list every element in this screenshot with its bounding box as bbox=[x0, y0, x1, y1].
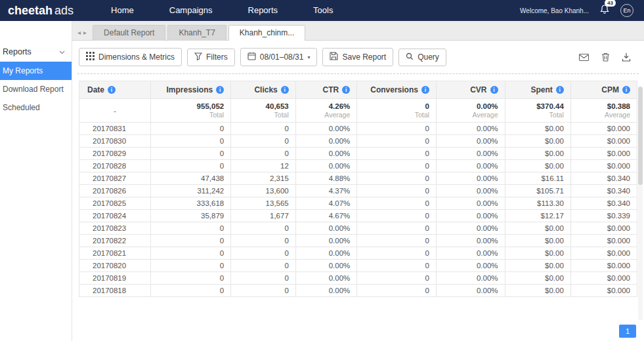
totals-sublabel: Total bbox=[238, 111, 289, 119]
tab-khanh-t7[interactable]: Khanh_T7 bbox=[167, 25, 226, 41]
info-icon[interactable]: i bbox=[421, 86, 429, 94]
info-icon[interactable]: i bbox=[490, 86, 498, 94]
row-value-cell: $0.000 bbox=[570, 285, 637, 297]
row-value-cell: 0 bbox=[357, 247, 437, 260]
download-icon[interactable] bbox=[622, 52, 631, 62]
row-value-cell: 1,677 bbox=[231, 210, 296, 222]
brand-logo[interactable]: cheetahads bbox=[8, 4, 74, 18]
scrollbar-thumb[interactable] bbox=[638, 87, 643, 185]
row-value-cell: $0.000 bbox=[570, 222, 637, 235]
row-value-cell: 0 bbox=[150, 160, 230, 172]
table-row: 20170829000.00%00.00%$0.00$0.000 bbox=[79, 148, 637, 160]
table-row: 20170830000.00%00.00%$0.00$0.000 bbox=[79, 135, 637, 148]
welcome-text: Welcome, Bao Khanh... bbox=[520, 7, 589, 14]
search-icon bbox=[406, 52, 414, 62]
info-icon[interactable]: i bbox=[622, 86, 630, 94]
sidebar-item-download-report[interactable]: Download Report bbox=[0, 80, 72, 98]
sidebar-section-label: Reports bbox=[3, 47, 32, 56]
row-value-cell: 0.00% bbox=[295, 222, 356, 235]
row-value-cell: 0.00% bbox=[295, 272, 356, 285]
dimensions-metrics-button[interactable]: Dimensions & Metrics bbox=[79, 48, 182, 66]
nav-menu: HomeCampaignsReportsTools bbox=[93, 0, 351, 21]
row-date-cell: 20170828 bbox=[79, 160, 151, 172]
info-icon[interactable]: i bbox=[281, 86, 289, 94]
nav-item-reports[interactable]: Reports bbox=[230, 0, 296, 21]
tab-default-report[interactable]: Default Report bbox=[93, 25, 165, 41]
row-value-cell: 0 bbox=[357, 135, 437, 148]
date-range-button[interactable]: 08/01–08/31 ▾ bbox=[240, 48, 318, 66]
sidebar-items: My ReportsDownload ReportScheduled bbox=[0, 62, 72, 117]
tab-khanh-chinm[interactable]: Khanh_chinm... bbox=[228, 25, 305, 41]
table-row: 2017082435,8791,6774.67%00.00%$12.17$0.3… bbox=[79, 210, 637, 222]
row-value-cell: $0.00 bbox=[505, 222, 570, 235]
row-value-cell: 0 bbox=[357, 197, 437, 210]
row-value-cell: 0.00% bbox=[436, 160, 505, 172]
user-name[interactable]: Bao Khanh... bbox=[551, 7, 589, 14]
row-value-cell: $0.000 bbox=[570, 135, 637, 148]
info-icon[interactable]: i bbox=[342, 86, 350, 94]
row-value-cell: 0 bbox=[231, 135, 296, 148]
email-icon[interactable] bbox=[578, 53, 590, 62]
row-value-cell: 0 bbox=[357, 260, 437, 272]
caret-down-icon: ▾ bbox=[307, 54, 310, 60]
sidebar-section-reports[interactable]: Reports bbox=[0, 42, 72, 62]
toolbar-icon-group bbox=[578, 52, 637, 62]
info-icon[interactable]: i bbox=[216, 86, 224, 94]
row-value-cell: 0.00% bbox=[436, 123, 505, 135]
row-value-cell: 0 bbox=[231, 272, 296, 285]
page-1-button[interactable]: 1 bbox=[619, 325, 636, 338]
row-value-cell: $0.00 bbox=[505, 285, 570, 297]
row-value-cell: 13,565 bbox=[231, 197, 296, 210]
row-value-cell: $0.00 bbox=[505, 247, 570, 260]
row-value-cell: 0 bbox=[231, 285, 296, 297]
info-icon[interactable]: i bbox=[108, 86, 116, 94]
column-label-date: Date bbox=[87, 85, 104, 94]
funnel-icon bbox=[194, 52, 202, 62]
totals-cell: $0.388Average bbox=[570, 99, 637, 123]
notifications-button[interactable]: 43 bbox=[599, 4, 610, 17]
row-value-cell: $0.00 bbox=[505, 160, 570, 172]
row-date-cell: 20170823 bbox=[79, 222, 151, 235]
row-date-cell: 20170827 bbox=[79, 172, 151, 185]
tab-scroll-right-icon[interactable]: ▸ bbox=[83, 29, 87, 36]
nav-item-campaigns[interactable]: Campaigns bbox=[152, 0, 230, 21]
filters-button[interactable]: Filters bbox=[187, 49, 235, 66]
row-value-cell: 0 bbox=[231, 247, 296, 260]
column-header-spent: Spenti bbox=[505, 81, 570, 99]
sidebar-item-scheduled[interactable]: Scheduled bbox=[0, 98, 72, 117]
nav-item-tools[interactable]: Tools bbox=[295, 0, 351, 21]
language-button[interactable]: En bbox=[620, 4, 633, 17]
save-report-button[interactable]: Save Report bbox=[322, 48, 393, 66]
totals-cell: 0.00%Average bbox=[436, 99, 505, 123]
totals-value: 0 bbox=[364, 102, 429, 110]
report-table-wrap: DateiImpressionsiClicksiCTRiConversionsi… bbox=[79, 81, 637, 297]
row-value-cell: 0 bbox=[357, 148, 437, 160]
row-date-cell: 20170825 bbox=[79, 197, 151, 210]
pagination: 1 bbox=[619, 325, 636, 338]
info-icon[interactable]: i bbox=[556, 86, 564, 94]
toolbar: Dimensions & Metrics Filters 08/01–08/31… bbox=[72, 41, 644, 72]
totals-sublabel: Total bbox=[512, 111, 564, 119]
tab-scroll-arrows: ◂ ▸ bbox=[77, 29, 87, 36]
table-scrollbar[interactable] bbox=[638, 87, 643, 320]
row-date-cell: 20170821 bbox=[79, 247, 151, 260]
column-label-impressions: Impressions bbox=[166, 85, 213, 94]
nav-item-home[interactable]: Home bbox=[93, 0, 152, 21]
row-value-cell: 0 bbox=[357, 285, 437, 297]
row-value-cell: $105.71 bbox=[505, 185, 570, 197]
row-value-cell: $0.00 bbox=[505, 148, 570, 160]
row-value-cell: 2,315 bbox=[231, 172, 296, 185]
save-report-label: Save Report bbox=[342, 52, 386, 62]
table-row: 2017082747,4382,3154.88%00.00%$16.11$0.3… bbox=[79, 172, 637, 185]
save-icon bbox=[330, 52, 338, 62]
query-button[interactable]: Query bbox=[398, 49, 446, 66]
trash-icon[interactable] bbox=[601, 52, 610, 62]
totals-value: 955,052 bbox=[158, 102, 224, 110]
tab-scroll-left-icon[interactable]: ◂ bbox=[77, 29, 81, 36]
row-value-cell: 0 bbox=[150, 148, 230, 160]
row-value-cell: $0.00 bbox=[505, 123, 570, 135]
sidebar-item-my-reports[interactable]: My Reports bbox=[0, 62, 72, 80]
row-value-cell: $0.00 bbox=[505, 135, 570, 148]
totals-value: 4.26% bbox=[303, 102, 350, 110]
row-value-cell: 0.00% bbox=[295, 235, 356, 247]
